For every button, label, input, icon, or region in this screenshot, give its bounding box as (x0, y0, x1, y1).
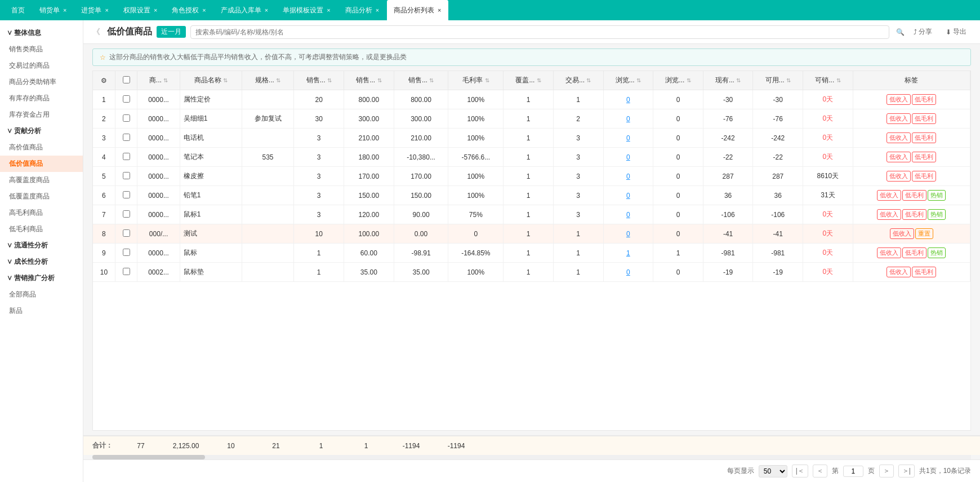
view1-link[interactable]: 1 (626, 249, 630, 257)
sidebar-group-contribution[interactable]: ∨ 贡献分析 (0, 123, 83, 139)
close-icon[interactable]: × (265, 7, 268, 14)
close-icon[interactable]: × (105, 7, 108, 14)
cell-checkbox[interactable] (115, 263, 137, 282)
cell-view1[interactable]: 0 (603, 148, 653, 167)
cell-view1[interactable]: 0 (603, 224, 653, 244)
col-settings[interactable]: ⚙ (93, 71, 115, 90)
view1-link[interactable]: 0 (626, 96, 630, 104)
row-checkbox[interactable] (123, 134, 130, 141)
row-checkbox[interactable] (123, 95, 130, 103)
sidebar-group-growth[interactable]: ∨ 成长性分析 (0, 254, 83, 270)
cell-view1[interactable]: 0 (603, 263, 653, 282)
row-checkbox[interactable] (123, 268, 130, 275)
nav-product-analysis[interactable]: 商品分析 × (338, 0, 386, 20)
view1-link[interactable]: 0 (626, 211, 630, 219)
sidebar-group-marketing[interactable]: ∨ 营销推广分析 (0, 270, 83, 286)
row-checkbox[interactable] (123, 191, 130, 198)
cell-checkbox[interactable] (115, 167, 137, 186)
nav-permissions[interactable]: 权限设置 × (117, 0, 164, 20)
sidebar-item-high-value[interactable]: 高价值商品 (0, 139, 83, 156)
row-checkbox[interactable] (123, 172, 130, 179)
cell-checkbox[interactable] (115, 129, 137, 148)
close-icon[interactable]: × (154, 7, 157, 14)
row-checkbox[interactable] (123, 229, 130, 237)
share-button[interactable]: ⤴ 分享 (909, 25, 937, 39)
prev-page-btn[interactable]: ＜ (813, 465, 827, 477)
nav-purchase-order[interactable]: 进货单 × (74, 0, 115, 20)
close-icon[interactable]: × (438, 7, 441, 14)
sidebar-group-circulation[interactable]: ∨ 流通性分析 (0, 237, 83, 254)
view1-link[interactable]: 0 (626, 192, 630, 200)
view1-link[interactable]: 0 (626, 115, 630, 123)
cell-view1[interactable]: 0 (603, 167, 653, 186)
export-button[interactable]: ⬇ 导出 (941, 25, 971, 39)
col-view1[interactable]: 浏览... ⇅ (603, 71, 653, 90)
nav-sales-order[interactable]: 销货单 × (33, 0, 73, 20)
page-size-select[interactable]: 50 100 200 (759, 465, 787, 477)
col-margin[interactable]: 毛利率 ⇅ (448, 71, 504, 90)
col-checkbox[interactable] (115, 71, 137, 90)
nav-finished-goods[interactable]: 产成品入库单 × (214, 0, 275, 20)
sidebar-item-high-coverage[interactable]: 高覆盖度商品 (0, 172, 83, 188)
cell-view1[interactable]: 0 (603, 90, 653, 109)
nav-home[interactable]: 首页 (5, 0, 32, 20)
row-checkbox[interactable] (123, 153, 130, 160)
nav-template-settings[interactable]: 单据模板设置 × (276, 0, 337, 20)
cell-view1[interactable]: 1 (603, 244, 653, 263)
cell-checkbox[interactable] (115, 244, 137, 263)
cell-checkbox[interactable] (115, 205, 137, 224)
cell-view1[interactable]: 0 (603, 186, 653, 205)
cell-view1[interactable]: 0 (603, 109, 653, 129)
sidebar-item-category-sales-rate[interactable]: 商品分类助销率 (0, 74, 83, 90)
close-icon[interactable]: × (327, 7, 330, 14)
page-number-input[interactable] (843, 466, 863, 477)
col-available[interactable]: 可用... ⇅ (753, 71, 803, 90)
col-trans[interactable]: 交易... ⇅ (553, 71, 603, 90)
sidebar-item-low-margin[interactable]: 低毛利商品 (0, 221, 83, 237)
col-tags[interactable]: 标签 (853, 71, 970, 90)
nav-product-analysis-list[interactable]: 商品分析列表 × (387, 0, 448, 20)
horizontal-scrollbar[interactable] (92, 455, 971, 459)
close-icon[interactable]: × (202, 7, 206, 14)
sidebar-item-sales-products[interactable]: 销售类商品 (0, 41, 83, 58)
col-spec[interactable]: 规格... ⇅ (242, 71, 294, 90)
cell-checkbox[interactable] (115, 90, 137, 109)
sidebar-item-traded-products[interactable]: 交易过的商品 (0, 58, 83, 74)
col-sales1[interactable]: 销售... ⇅ (294, 71, 344, 90)
sidebar-group-overall[interactable]: ∨ 整体信息 (0, 25, 83, 41)
col-sales3[interactable]: 销售... ⇅ (394, 71, 448, 90)
select-all-checkbox[interactable] (123, 76, 130, 83)
nav-role-auth[interactable]: 角色授权 × (165, 0, 212, 20)
close-icon[interactable]: × (63, 7, 66, 14)
search-icon[interactable]: 🔍 (896, 28, 905, 36)
cell-checkbox[interactable] (115, 148, 137, 167)
cell-checkbox[interactable] (115, 109, 137, 129)
scrollbar-thumb[interactable] (92, 455, 205, 459)
row-checkbox[interactable] (123, 210, 130, 218)
time-tag[interactable]: 近一月 (157, 26, 186, 38)
sidebar-item-high-margin[interactable]: 高毛利商品 (0, 205, 83, 221)
sidebar-collapse-btn[interactable]: 《 (92, 27, 100, 37)
cell-view1[interactable]: 0 (603, 205, 653, 224)
cell-checkbox[interactable] (115, 224, 137, 244)
cell-view1[interactable]: 0 (603, 129, 653, 148)
col-view2[interactable]: 浏览... ⇅ (653, 71, 703, 90)
search-input[interactable] (190, 25, 889, 39)
sidebar-item-stock-products[interactable]: 有库存的商品 (0, 90, 83, 107)
view1-link[interactable]: 0 (626, 173, 630, 180)
sidebar-item-stock-capital[interactable]: 库存资金占用 (0, 107, 83, 123)
col-current[interactable]: 现有... ⇅ (703, 71, 753, 90)
view1-link[interactable]: 0 (626, 134, 630, 142)
sidebar-item-all-products[interactable]: 全部商品 (0, 286, 83, 303)
col-name[interactable]: 商品名称 ⇅ (180, 71, 242, 90)
next-page-btn[interactable]: ＞ (879, 465, 894, 477)
close-icon[interactable]: × (376, 7, 379, 14)
view1-link[interactable]: 0 (626, 230, 630, 238)
row-checkbox[interactable] (123, 114, 130, 122)
cell-checkbox[interactable] (115, 186, 137, 205)
sidebar-item-low-coverage[interactable]: 低覆盖度商品 (0, 188, 83, 205)
view1-link[interactable]: 0 (626, 268, 630, 276)
col-code[interactable]: 商... ⇅ (137, 71, 180, 90)
view1-link[interactable]: 0 (626, 153, 630, 161)
col-sales2[interactable]: 销售... ⇅ (344, 71, 394, 90)
